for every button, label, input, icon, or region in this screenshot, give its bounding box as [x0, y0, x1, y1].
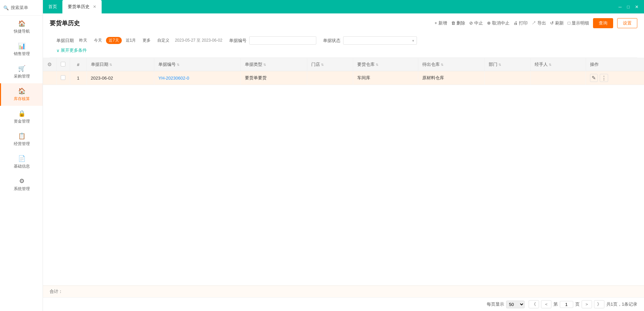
th-department[interactable]: 部门⇅	[485, 58, 531, 71]
topbar-close-icon[interactable]: ✕	[635, 4, 639, 9]
row-docno-0: YH-20230602-0	[154, 71, 241, 85]
page-header: 要货单历史 + 新增 🗑 删除 ⊘ 中止 ⊗ 取消中止 🖨 打印 ↗ 导出 ↺ …	[43, 13, 644, 58]
tab-close-requisition-history[interactable]: ✕	[93, 4, 96, 9]
th-handler[interactable]: 经手人⇅	[530, 58, 586, 71]
th-date[interactable]: 单据日期⇅	[87, 58, 154, 71]
th-department-label: 部门	[489, 61, 497, 68]
th-store[interactable]: 门店⇅	[307, 58, 353, 71]
row-check-0[interactable]	[61, 75, 65, 80]
cancel-stop-button[interactable]: ⊗ 取消中止	[487, 20, 509, 26]
row-more-icon-0[interactable]: ⋮	[600, 74, 608, 82]
export-button[interactable]: ↗ 导出	[532, 20, 546, 26]
doc-status-label: 单据状态	[323, 38, 340, 44]
page-suffix: 页	[575, 301, 580, 307]
topbar-right: ─ □ ✕	[619, 4, 644, 9]
last-page-button[interactable]: 》	[594, 300, 604, 308]
th-checkbox[interactable]	[56, 58, 70, 71]
table-footer: 合计：	[43, 285, 644, 297]
th-req-warehouse-label: 要货仓库	[357, 61, 375, 68]
total-label: 合计：	[50, 289, 63, 294]
sidebar-item-system[interactable]: ⚙系统管理	[0, 173, 43, 196]
date-chips: 昨天今天近7天近1月更多自定义	[76, 37, 172, 44]
row-checkbox-0[interactable]	[56, 71, 70, 85]
row-action-0: ✎ ⋮	[586, 71, 644, 85]
th-pending-warehouse[interactable]: 待出仓库⇅	[418, 58, 484, 71]
th-req-warehouse[interactable]: 要货仓库⇅	[353, 58, 418, 71]
doc-number-input[interactable]	[249, 36, 316, 45]
sidebar-icon-purchase: 🛒	[18, 65, 25, 72]
sidebar-item-purchase[interactable]: 🛒采购管理	[0, 61, 43, 83]
th-doc-type[interactable]: 单据类型⇅	[240, 58, 307, 71]
first-page-button[interactable]: 《	[529, 300, 539, 308]
topbar-minimize-icon[interactable]: ─	[619, 4, 622, 9]
sidebar-icon-finance: 🔒	[18, 110, 25, 117]
doc-number-filter-group: 单据编号	[229, 36, 316, 45]
sidebar-label-sales: 销售管理	[14, 51, 30, 57]
refresh-button[interactable]: ↺ 刷新	[550, 20, 564, 26]
sort-icon-docno: ⇅	[177, 63, 179, 66]
prev-page-button[interactable]: ＜	[541, 300, 551, 308]
sidebar-label-system: 系统管理	[14, 186, 30, 192]
sidebar-item-sales[interactable]: 📊销售管理	[0, 38, 43, 61]
query-button[interactable]: 查询	[593, 18, 613, 28]
tab-label-requisition-history: 要货单历史	[68, 4, 90, 10]
sidebar-item-operations[interactable]: 📋经营管理	[0, 128, 43, 151]
row-store-0	[307, 71, 353, 85]
tab-requisition-history[interactable]: 要货单历史✕	[62, 0, 102, 13]
select-all-checkbox[interactable]	[61, 62, 65, 66]
row-date-0: 2023-06-02	[87, 71, 154, 85]
tab-home[interactable]: 首页	[43, 0, 62, 13]
row-docno-link-0[interactable]: YH-20230602-0	[158, 76, 189, 81]
row-edit-icon-0[interactable]: ✎	[590, 74, 598, 82]
date-chip-2[interactable]: 近7天	[106, 37, 122, 44]
sidebar-item-quick-nav[interactable]: 🏠快捷导航	[0, 16, 43, 38]
row-handler-0	[530, 71, 586, 85]
date-chip-0[interactable]: 昨天	[76, 37, 90, 44]
stop-button[interactable]: ⊘ 中止	[469, 20, 483, 26]
chevron-down-icon: ∨	[56, 48, 60, 53]
page-nav: 《 ＜ 第 页 ＞ 》 共1页，1条记录	[529, 300, 637, 308]
page-size-select[interactable]: 50 100	[506, 301, 525, 308]
doc-status-select[interactable]	[343, 36, 417, 45]
sidebar-label-basic-info: 基础信息	[14, 164, 30, 169]
th-settings[interactable]: ⚙	[43, 58, 56, 71]
new-button[interactable]: + 新增	[435, 20, 447, 26]
sort-icon-doctype: ⇅	[263, 63, 266, 66]
topbar-restore-icon[interactable]: □	[627, 4, 630, 9]
sidebar-item-basic-info[interactable]: 📄基础信息	[0, 151, 43, 173]
delete-button[interactable]: 🗑 删除	[451, 20, 466, 26]
date-chip-3[interactable]: 近1月	[123, 37, 139, 44]
settings-column-icon[interactable]: ⚙	[47, 61, 52, 67]
th-doc-type-label: 单据类型	[245, 61, 262, 68]
sidebar-item-inventory[interactable]: 🏠库存核算	[0, 83, 43, 106]
next-page-button[interactable]: ＞	[582, 300, 592, 308]
row-pendwh-0: 原材料仓库	[418, 71, 484, 85]
page-number-input[interactable]	[560, 301, 573, 308]
topbar: 首页要货单历史✕ ─ □ ✕	[43, 0, 644, 13]
row-settings-0	[43, 71, 56, 85]
sort-icon-reqwh: ⇅	[376, 63, 378, 66]
sidebar-icon-basic-info: 📄	[18, 155, 25, 162]
th-doc-no[interactable]: 单据编号⇅	[154, 58, 241, 71]
th-doc-no-label: 单据编号	[158, 61, 176, 68]
filter-area: 单据日期 昨天今天近7天近1月更多自定义 2023-05-27 至 2023-0…	[50, 32, 637, 58]
sort-icon-handler: ⇅	[549, 63, 551, 66]
date-range-display: 2023-05-27 至 2023-06-02	[175, 38, 222, 43]
toolbar: + 新增 🗑 删除 ⊘ 中止 ⊗ 取消中止 🖨 打印 ↗ 导出 ↺ 刷新 □ 显…	[435, 18, 637, 28]
page-label: 第	[553, 301, 558, 307]
print-button[interactable]: 🖨 打印	[514, 20, 528, 26]
date-chip-1[interactable]: 今天	[91, 37, 105, 44]
sidebar-search[interactable]: 🔍 搜索菜单	[0, 0, 43, 16]
row-dept-0	[485, 71, 531, 85]
th-date-label: 单据日期	[91, 61, 108, 68]
search-icon: 🔍	[3, 5, 9, 10]
date-chip-4[interactable]: 更多	[140, 37, 153, 44]
sidebar-item-finance[interactable]: 🔒资金管理	[0, 106, 43, 128]
date-chip-5[interactable]: 自定义	[155, 37, 172, 44]
settings-button[interactable]: 设置	[617, 18, 637, 28]
th-num: #	[70, 58, 87, 71]
display-cell-button[interactable]: □ 显示明细	[568, 20, 589, 26]
doc-status-filter-group: 单据状态	[323, 36, 417, 45]
expand-more-button[interactable]: ∨ 展开更多条件	[56, 47, 87, 53]
per-page-group: 每页显示 50 100	[487, 301, 525, 308]
